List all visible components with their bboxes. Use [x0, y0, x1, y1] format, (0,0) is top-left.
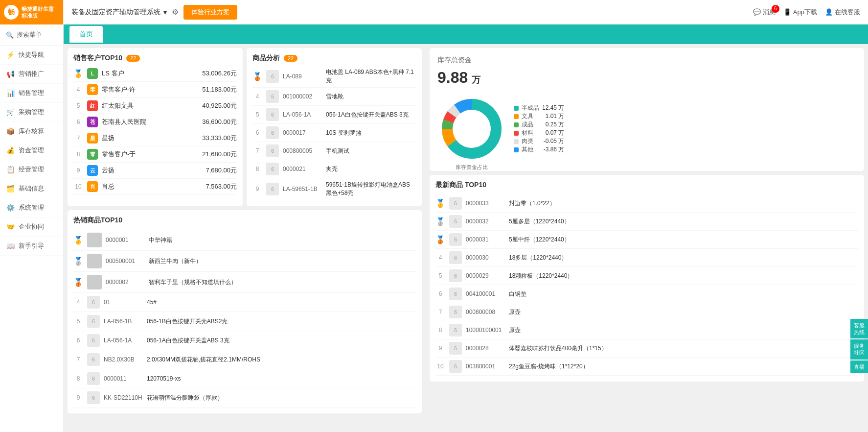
product-name: 封边带（1.0*22） [509, 199, 858, 208]
message-button[interactable]: 💬 消息 6 [753, 8, 776, 17]
legend-item: 肉类 -0.05 万 [514, 137, 564, 145]
inventory-title: 库存总资金 [437, 56, 856, 65]
legend-color [514, 131, 519, 136]
product-name: 5厘中纤（1220*2440） [509, 236, 858, 244]
product-analysis-title: 商品分析 [252, 54, 280, 63]
product-name: 18颗粒板（1220*2440） [509, 272, 858, 280]
product-image: 6 [266, 90, 279, 103]
system-selector[interactable]: 装备及固定资产辅助管理系统 ▾ [71, 8, 167, 17]
customer-row: 10 肖 肖总 7,563.00元 [73, 179, 237, 195]
sidebar-nav-item[interactable]: ⚡快捷导航 [0, 46, 63, 65]
product-code: 0000030 [466, 254, 505, 261]
rank-number: 6 [252, 129, 262, 136]
product-image: 6 [266, 163, 279, 175]
sidebar-nav-item[interactable]: 🤝企业协同 [0, 217, 63, 237]
tab-home[interactable]: 首页 [69, 26, 103, 43]
bronze-medal-icon: 🥉 [252, 72, 262, 81]
new-product-row: 🥉 6 0000031 5厘中纤（1220*2440） [435, 231, 858, 249]
product-placeholder: 6 [449, 342, 462, 355]
product-name: 45# [147, 299, 416, 306]
product-image: 6 [266, 144, 279, 157]
bronze-medal-icon: 🥉 [73, 278, 83, 287]
new-product-row: 10 6 003800001 22g鱼豆腐-烧烤味（1*12*20） [435, 358, 858, 376]
sidebar-nav-item[interactable]: 🛒采购管理 [0, 103, 63, 122]
rank-number: 9 [73, 167, 83, 174]
sidebar-nav-item[interactable]: 📦库存核算 [0, 122, 63, 141]
product-analysis-row: 7 6 000800005 手机测试 [252, 142, 416, 160]
product-analysis-row: 4 6 001000002 雪地靴 [252, 88, 416, 106]
product-code: 0000021 [283, 166, 322, 172]
customer-badge-icon: 红 [87, 100, 98, 111]
sidebar-nav-item[interactable]: 💰资金管理 [0, 141, 63, 160]
customer-row: 6 苍 苍南县人民医院 36,600.00元 [73, 114, 237, 130]
trial-button[interactable]: 体验行业方案 [183, 5, 237, 20]
search-menu-button[interactable]: 🔍 搜索菜单 [4, 28, 59, 41]
product-analysis-header: 商品分析 22 [252, 54, 416, 63]
product-code: 0000028 [466, 345, 505, 352]
product-name: 电池盖 LA-089 ABS本色+黑种 7.1克 [326, 68, 416, 85]
sidebar-nav-item[interactable]: 📊销售管理 [0, 84, 63, 103]
customer-name: 红太阳文具 [102, 101, 198, 110]
product-placeholder: 6 [449, 269, 462, 282]
customer-list: 销售客户TOP1022 🥇 L LS 客户 53,006.26元 4 零 零售客… [73, 54, 237, 195]
new-product-row: 8 6 10000100001 原壶 [435, 321, 858, 339]
product-placeholder: 6 [449, 306, 462, 318]
nav-label: 基础信息 [19, 184, 44, 193]
sidebar-nav-item[interactable]: 📢营销推广 [0, 65, 63, 84]
donut-chart: 库存资金占比 [437, 95, 506, 163]
new-products-list: 🥇 6 0000033 封边带（1.0*22） 🥈 6 0000032 5厘多层… [435, 194, 858, 376]
sidebar-nav-item[interactable]: ⚙️系统管理 [0, 198, 63, 217]
logo-text: 畅捷通好生意 标准版 [22, 5, 54, 20]
product-code: LA-056-1A [283, 111, 322, 118]
customer-name: 云扬 [102, 166, 202, 175]
product-placeholder: 6 [87, 296, 100, 309]
service-community-button[interactable]: 服务社区 [850, 339, 868, 360]
sidebar-nav-item[interactable]: 📋经营管理 [0, 160, 63, 179]
nav-icon: 📋 [6, 166, 15, 173]
rank-number: 6 [435, 290, 445, 297]
product-thumbnail [87, 254, 102, 268]
nav-icon: 📖 [6, 242, 15, 250]
nav-label: 库存核算 [19, 127, 44, 136]
new-product-row: 4 6 0000030 18多层（1220*2440） [435, 249, 858, 267]
online-service-button[interactable]: 👤 在线客服 [825, 8, 860, 17]
product-code: LA-056-1A [104, 337, 143, 344]
customer-badge: 22 [126, 55, 140, 62]
sidebar-nav-item[interactable]: 📖新手引导 [0, 237, 63, 256]
nav-icon: 📢 [6, 70, 15, 78]
product-analysis-list: 🥉 6 LA-089 电池盖 LA-089 ABS本色+黑种 7.1克 4 6 … [252, 66, 416, 200]
legend-color [514, 122, 519, 127]
product-placeholder: 6 [449, 360, 462, 373]
nav-label: 营销推广 [19, 70, 44, 78]
product-code: 01 [104, 299, 143, 306]
product-name: 22g鱼豆腐-烧烤味（1*12*20） [509, 362, 858, 371]
sidebar-nav-item[interactable]: 🗂️基础信息 [0, 179, 63, 198]
sidebar-search-area[interactable]: 🔍 搜索菜单 [0, 24, 63, 46]
product-code: 10000100001 [466, 327, 505, 334]
product-name: 原壶 [509, 308, 858, 316]
settings-icon[interactable]: ⚙ [172, 7, 179, 17]
product-code: 000800005 [283, 147, 322, 154]
product-image: 6 [266, 108, 279, 121]
legend-name: 文具 [522, 112, 543, 120]
customer-header: 销售客户TOP1022 [73, 54, 237, 63]
logo-icon: 畅 [4, 5, 19, 20]
customer-hotline-button[interactable]: 客服热线 [850, 319, 868, 339]
new-product-row: 🥈 6 0000032 5厘多层（1220*2440） [435, 213, 858, 231]
product-name: 体婴嘉枝味苏打饮品400毫升（1*15） [509, 344, 858, 353]
app-download-button[interactable]: 📱 App下载 [783, 8, 817, 17]
product-placeholder: 6 [449, 324, 462, 336]
new-product-row: 7 6 000800008 原壶 [435, 303, 858, 321]
rank-number: 10 [73, 183, 83, 190]
customer-badge-icon: 零 [87, 149, 98, 160]
nav-icon: 🛒 [6, 108, 15, 116]
customer-name: LS 客户 [102, 69, 198, 78]
silver-medal-icon: 🥈 [73, 257, 83, 266]
nav-label: 经营管理 [19, 165, 44, 174]
inventory-amount: 9.88 万 [437, 69, 856, 87]
left-panel: 销售客户TOP1022 🥇 L LS 客户 53,006.26元 4 零 零售客… [64, 44, 426, 432]
legend-value: 0.07 万 [546, 129, 565, 137]
customer-amount: 40,925.00元 [202, 101, 237, 110]
live-button[interactable]: 直播 [850, 360, 868, 373]
product-code: 000800008 [466, 309, 505, 315]
